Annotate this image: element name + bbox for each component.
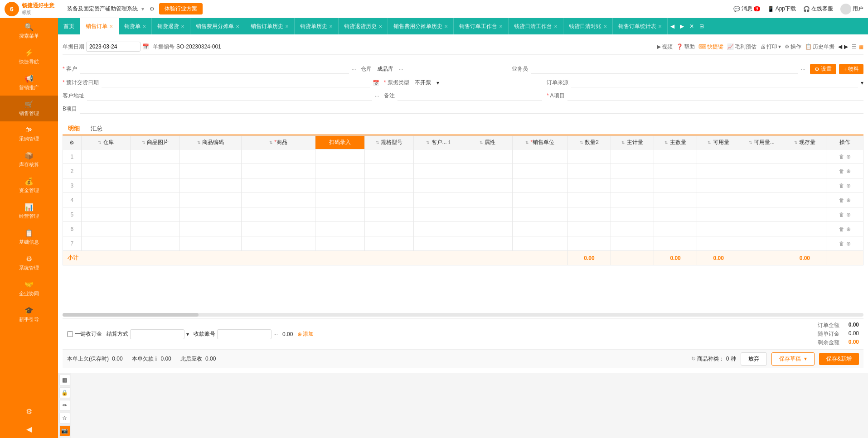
cell-main-qty-3[interactable] bbox=[654, 178, 697, 193]
cell-unit-2[interactable] bbox=[512, 164, 567, 178]
sidebar-item-sales[interactable]: 🛒 销售管理 bbox=[0, 96, 58, 121]
cell-available-1[interactable] bbox=[697, 149, 740, 164]
cell-scan-1[interactable] bbox=[315, 149, 364, 164]
tab-home[interactable]: 首页 bbox=[58, 18, 80, 34]
tab-sales-order[interactable]: 销售订单 ✕ bbox=[80, 18, 119, 34]
cell-customer-code-3[interactable] bbox=[414, 178, 463, 193]
cell-spec-7[interactable] bbox=[364, 236, 414, 251]
scroll-thumb[interactable] bbox=[63, 313, 199, 317]
horizontal-scrollbar[interactable] bbox=[63, 313, 863, 317]
right-panel-edit-icon[interactable]: ✏ bbox=[59, 400, 70, 411]
delete-row-4[interactable]: 🗑 bbox=[839, 197, 844, 203]
tab-detail[interactable]: 明细 bbox=[63, 123, 85, 135]
cell-main-unit-3[interactable] bbox=[611, 178, 654, 193]
delivery-date-input[interactable] bbox=[102, 78, 370, 87]
sidebar-item-purchase[interactable]: 🛍 采购管理 bbox=[0, 121, 58, 147]
cell-customer-code-5[interactable] bbox=[414, 207, 463, 222]
print-dropdown-icon[interactable]: ▾ bbox=[778, 43, 781, 50]
tab-stats[interactable]: 销售订单统计表 ✕ bbox=[613, 18, 668, 34]
list-view-icon[interactable]: ☰ bbox=[852, 43, 857, 50]
save-draft-dropdown-icon[interactable]: ▾ bbox=[804, 356, 807, 362]
cell-stock-7[interactable] bbox=[783, 236, 826, 251]
profit-btn[interactable]: 📈 毛利预估 bbox=[727, 43, 756, 51]
cell-customer-code-7[interactable] bbox=[414, 236, 463, 251]
settings-form-btn[interactable]: ⚙ 设置 bbox=[810, 64, 836, 74]
invoice-dropdown-icon[interactable]: ▾ bbox=[436, 80, 439, 86]
cell-scan-2[interactable] bbox=[315, 164, 364, 178]
cell-code-1[interactable] bbox=[180, 149, 242, 164]
cell-scan-7[interactable] bbox=[315, 236, 364, 251]
one-click-checkbox[interactable] bbox=[67, 331, 73, 337]
industry-btn[interactable]: 体验行业方案 bbox=[159, 3, 203, 14]
cell-attr-6[interactable] bbox=[463, 222, 512, 236]
cell-spec-6[interactable] bbox=[364, 222, 414, 236]
cell-qty2-1[interactable] bbox=[567, 149, 611, 164]
sidebar-collapse-btn[interactable]: ◀ bbox=[0, 420, 58, 438]
cell-available2-3[interactable] bbox=[740, 178, 783, 193]
nav-prev-arrow[interactable]: ◀ bbox=[668, 23, 677, 29]
delete-row-3[interactable]: 🗑 bbox=[839, 183, 844, 189]
cell-product-6[interactable] bbox=[241, 222, 315, 236]
right-panel-grid-icon[interactable]: ▦ bbox=[59, 375, 70, 385]
cell-scan-3[interactable] bbox=[315, 178, 364, 193]
cell-warehouse-3[interactable] bbox=[81, 178, 131, 193]
cell-attr-3[interactable] bbox=[463, 178, 512, 193]
delete-row-1[interactable]: 🗑 bbox=[839, 154, 844, 160]
cell-main-qty-4[interactable] bbox=[654, 193, 697, 207]
right-panel-lock-icon[interactable]: 🔒 bbox=[59, 387, 70, 398]
cell-unit-7[interactable] bbox=[512, 236, 567, 251]
cell-unit-1[interactable] bbox=[512, 149, 567, 164]
sidebar-item-guide[interactable]: 🎓 新手引导 bbox=[0, 302, 58, 327]
cell-stock-2[interactable] bbox=[783, 164, 826, 178]
cell-warehouse-6[interactable] bbox=[81, 222, 131, 236]
save-draft-btn[interactable]: 保存草稿 ▾ bbox=[771, 352, 815, 366]
cell-product-1[interactable] bbox=[241, 149, 315, 164]
calendar-icon[interactable]: 📅 bbox=[142, 43, 149, 50]
delete-row-7[interactable]: 🗑 bbox=[839, 241, 844, 247]
cell-available2-1[interactable] bbox=[740, 149, 783, 164]
tab-order-workbench[interactable]: 销售订单工作台 ✕ bbox=[454, 18, 509, 34]
cell-available-6[interactable] bbox=[697, 222, 740, 236]
cell-warehouse-1[interactable] bbox=[81, 149, 131, 164]
shortcut-btn[interactable]: ⌨ 快捷键 bbox=[698, 43, 723, 51]
delivery-calendar-icon[interactable]: 📅 bbox=[373, 80, 379, 86]
tab-goods-history[interactable]: 销货单历史 ✕ bbox=[295, 18, 339, 34]
print-btn[interactable]: 🖨 打印 ▾ bbox=[760, 43, 781, 51]
sidebar-item-enterprise[interactable]: 🤝 企业协同 bbox=[0, 276, 58, 302]
help-btn[interactable]: ❓ 帮助 bbox=[676, 43, 695, 51]
cell-qty2-4[interactable] bbox=[567, 193, 611, 207]
cell-image-7[interactable] bbox=[131, 236, 180, 251]
cell-main-qty-7[interactable] bbox=[654, 236, 697, 251]
cell-product-4[interactable] bbox=[241, 193, 315, 207]
cell-product-5[interactable] bbox=[241, 207, 315, 222]
tab-daily-workbench-close[interactable]: ✕ bbox=[554, 24, 558, 29]
b-project-input[interactable] bbox=[80, 104, 863, 114]
copy-row-2[interactable]: ⊕ bbox=[846, 168, 851, 174]
cell-code-6[interactable] bbox=[180, 222, 242, 236]
cell-customer-code-4[interactable] bbox=[414, 193, 463, 207]
tab-goods-history-close[interactable]: ✕ bbox=[329, 24, 333, 29]
tab-expense-history[interactable]: 销售费用分摊单历史 ✕ bbox=[388, 18, 454, 34]
refresh-icon[interactable]: ↻ bbox=[691, 356, 696, 362]
tab-daily-reconcile[interactable]: 钱货日清对账 ✕ bbox=[563, 18, 613, 34]
tab-stats-close[interactable]: ✕ bbox=[658, 24, 662, 29]
cell-available-7[interactable] bbox=[697, 236, 740, 251]
nav-more-icon[interactable]: ⊟ bbox=[697, 23, 707, 29]
cell-main-unit-6[interactable] bbox=[611, 222, 654, 236]
cell-warehouse-4[interactable] bbox=[81, 193, 131, 207]
message-btn[interactable]: 💬 消息 9 bbox=[733, 5, 760, 13]
order-source-dropdown-icon[interactable]: ▾ bbox=[861, 80, 863, 86]
history-btn[interactable]: 📋 历史单据 bbox=[805, 43, 834, 51]
cell-available-4[interactable] bbox=[697, 193, 740, 207]
tab-daily-workbench[interactable]: 钱货日清工作台 ✕ bbox=[509, 18, 563, 34]
copy-row-7[interactable]: ⊕ bbox=[846, 241, 851, 247]
sidebar-item-search[interactable]: 🔍 搜索菜单 bbox=[0, 18, 58, 44]
cell-main-unit-5[interactable] bbox=[611, 207, 654, 222]
date-input[interactable] bbox=[86, 42, 141, 52]
cell-spec-2[interactable] bbox=[364, 164, 414, 178]
sidebar-item-inventory[interactable]: 📦 库存核算 bbox=[0, 147, 58, 173]
a-project-input[interactable] bbox=[567, 91, 863, 101]
cell-customer-code-2[interactable] bbox=[414, 164, 463, 178]
cell-main-qty-6[interactable] bbox=[654, 222, 697, 236]
payment-dropdown-icon[interactable]: ▾ bbox=[186, 331, 189, 337]
